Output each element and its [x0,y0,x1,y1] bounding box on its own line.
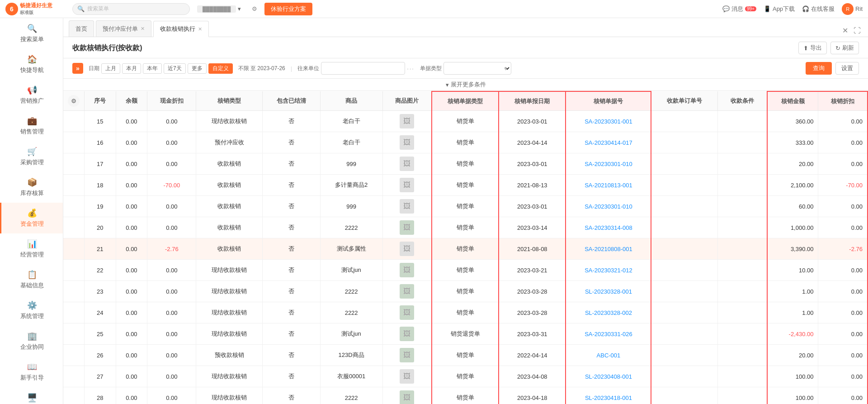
doc-no-link[interactable]: SL-20230408-001 [585,373,632,380]
date-filters: 日期 上月 本月 本年 近7天 更多 自定义 [89,63,233,74]
sidebar-item-guide[interactable]: 📖 新手引导 [0,356,63,387]
cell-seq: 26 [85,345,116,366]
sidebar-item-shortcut[interactable]: 🏠 快捷导航 [0,49,63,80]
cell-writeoff-doc-no[interactable]: SA-20230321-012 [566,260,651,281]
tab-home[interactable]: 首页 [69,20,94,37]
cell-writeoff-doc-no[interactable]: SL-20230408-001 [566,366,651,387]
last7-button[interactable]: 近7天 [164,63,186,74]
doc-no-link[interactable]: ABC-001 [597,352,621,359]
cell-writeoff-doc-no[interactable]: SA-20230301-010 [566,196,651,217]
cell-writeoff-amount: 1,000.00 [767,217,818,238]
cell-writeoff-doc-no[interactable]: SL-20230418-001 [566,387,651,404]
tab-prepay[interactable]: 预付冲应付单 ✕ [96,20,151,37]
expand-conditions-button[interactable]: ▾ 展开更多条件 [446,81,486,89]
user-menu[interactable]: R Rit [842,3,863,15]
cell-cash-discount: 0.00 [147,111,196,132]
expand-label: 展开更多条件 [451,81,486,89]
cell-goods: 999 [320,153,382,175]
col-settings[interactable]: ⚙ [63,91,85,111]
col-goods: 商品 [320,91,382,111]
cell-receipt-condition [718,111,767,132]
cell-writeoff-type: 收款核销 [196,217,263,238]
cell-writeoff-doc-no[interactable]: SA-20230314-008 [566,217,651,238]
search-bar[interactable]: 🔍 搜索菜单 [72,3,190,15]
refresh-button[interactable]: ↻ 刷新 [830,42,859,54]
cell-settings [63,217,85,238]
sidebar-item-system[interactable]: ⚙️ 系统管理 [0,295,63,326]
notification-button[interactable]: 💬 消息 99+ [722,5,756,13]
doc-no-link[interactable]: SL-20230328-001 [585,288,632,295]
doc-no-link[interactable]: SA-20210808-001 [585,246,632,252]
cell-settings [63,238,85,260]
doc-no-link[interactable]: SA-20230301-001 [585,118,632,125]
table-settings-icon[interactable]: ⚙ [68,95,80,107]
doc-no-link[interactable]: SA-20230414-017 [585,139,632,146]
last-month-button[interactable]: 上月 [101,63,120,74]
settings-button[interactable]: 设置 [835,62,859,75]
cell-seq: 21 [85,238,116,260]
sidebar-item-enterprise[interactable]: 🏢 企业协同 [0,326,63,356]
cell-writeoff-doc-no[interactable]: SA-20230331-026 [566,323,651,345]
sidebar-item-operation[interactable]: 📊 经营管理 [0,233,63,264]
custom-date-button[interactable]: 自定义 [208,63,233,74]
doc-no-link[interactable]: SA-20210813-001 [585,182,632,189]
tab-close-button[interactable]: ✕ [840,24,850,37]
doc-no-link[interactable]: SA-20230301-010 [585,203,632,210]
tab-collection[interactable]: 收款核销执行 ✕ [153,21,209,37]
doc-type-label: 单据类型 [420,65,442,72]
export-button[interactable]: ⬆ 导出 [798,42,827,54]
this-year-button[interactable]: 本年 [143,63,162,74]
sidebar-item-label: 营销推广 [20,97,44,105]
cell-goods-img: 🖼 [382,238,432,260]
sidebar-item-hardware[interactable]: 🖥️ 智能硬件 [0,387,63,404]
gear-button[interactable]: ⚙ [248,3,261,15]
sidebar-item-finance[interactable]: 💰 资金管理 [0,203,63,233]
app-download-button[interactable]: 📱 App下载 [764,5,795,13]
table-row: 19 0.00 0.00 收款核销 否 999 🖼 销货单 2023-03-01… [63,196,868,217]
doc-type-select[interactable] [443,62,511,75]
tab-prepay-close[interactable]: ✕ [141,26,145,32]
sidebar-item-sales[interactable]: 💼 销售管理 [0,110,63,141]
doc-no-link[interactable]: SL-20230328-002 [585,309,632,316]
sidebar-item-basic[interactable]: 📋 基础信息 [0,264,63,295]
cell-cash-discount: 0.00 [147,302,196,323]
doc-no-link[interactable]: SA-20230314-008 [585,224,632,231]
online-service-button[interactable]: 🎧 在线客服 [802,5,835,13]
query-button[interactable]: 查询 [806,62,832,75]
cell-writeoff-type: 预付冲应收 [196,132,263,153]
cell-writeoff-doc-no[interactable]: SL-20230328-001 [566,281,651,302]
cell-writeoff-doc-no[interactable]: SA-20210813-001 [566,175,651,196]
doc-no-link[interactable]: SA-20230331-026 [585,331,632,337]
filter-toggle-button[interactable]: » [72,63,83,74]
doc-no-link[interactable]: SA-20230321-012 [585,267,632,274]
sidebar-item-search[interactable]: 🔍 搜索菜单 [0,18,63,49]
from-unit-input[interactable] [321,62,405,75]
sidebar-item-inventory[interactable]: 📦 库存核算 [0,172,63,203]
this-month-button[interactable]: 本月 [122,63,141,74]
cell-writeoff-doc-no[interactable]: ABC-001 [566,345,651,366]
cell-receipt-condition [718,281,767,302]
industry-solution-button[interactable]: 休验行业方案 [264,3,312,15]
cell-writeoff-doc-no[interactable]: SA-20230414-017 [566,132,651,153]
more-date-button[interactable]: 更多 [188,63,207,74]
cell-writeoff-doc-no[interactable]: SL-20230328-002 [566,302,651,323]
sidebar-item-purchase[interactable]: 🛒 采购管理 [0,141,63,172]
cell-seq: 18 [85,175,116,196]
cell-writeoff-doc-no[interactable]: SA-20210808-001 [566,238,651,260]
col-writeoff-amount: 核销金额 [767,91,818,111]
cell-writeoff-doc-type: 销货单 [432,387,499,404]
cell-writeoff-amount: 10.00 [767,260,818,281]
cell-writeoff-type: 现结收款核销 [196,302,263,323]
tab-maximize-button[interactable]: ⛶ [852,25,863,37]
cell-writeoff-doc-no[interactable]: SA-20230301-001 [566,111,651,132]
workspace-selector[interactable]: ████████ ▾ [193,4,245,14]
cell-writeoff-doc-type: 销货单 [432,260,499,281]
cell-balance: 0.00 [116,111,147,132]
cell-goods-img: 🖼 [382,281,432,302]
sidebar-item-marketing[interactable]: 📢 营销推广 [0,80,63,110]
doc-no-link[interactable]: SL-20230418-001 [585,394,632,401]
tab-collection-close[interactable]: ✕ [198,26,202,32]
doc-no-link[interactable]: SA-20230301-010 [585,161,632,167]
cell-seq: 22 [85,260,116,281]
cell-writeoff-doc-no[interactable]: SA-20230301-010 [566,153,651,175]
